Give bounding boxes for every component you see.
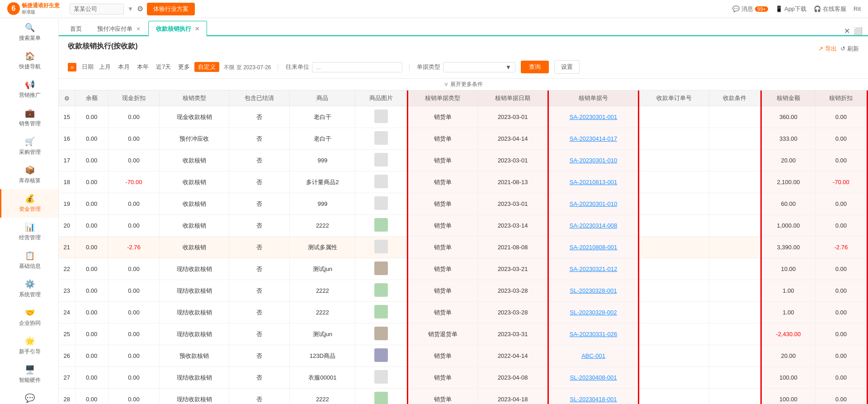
sidebar-item-enterprise[interactable]: 🤝 企业协同	[0, 303, 58, 332]
cell-include-settled: 否	[229, 193, 290, 215]
tab-home[interactable]: 首页	[62, 21, 90, 36]
tab-prepay-close-icon[interactable]: ✕	[136, 26, 141, 32]
sidebar-item-quick-nav[interactable]: 🏠 快捷导航	[0, 47, 58, 75]
maximize-window-icon[interactable]: ⬜	[854, 27, 863, 35]
cell-verify-discount: 0.00	[815, 345, 867, 367]
cell-cash-discount: -2.76	[108, 237, 160, 258]
sidebar-item-finance[interactable]: 💰 资金管理	[0, 189, 58, 218]
cell-include-settled: 否	[229, 389, 290, 404]
doc-no-link[interactable]: ABC-001	[581, 352, 605, 359]
sidebar-item-operation[interactable]: 📊 经营管理	[0, 218, 58, 246]
company-chevron-icon[interactable]: ▼	[127, 5, 133, 12]
date-btn-7days[interactable]: 近7天	[153, 62, 174, 72]
doc-no-link[interactable]: SA-20230301-010	[570, 157, 618, 164]
cell-verify-doc-no[interactable]: SA-20230301-001	[548, 106, 638, 128]
cell-verify-doc-type: 销货单	[407, 237, 478, 258]
setting-button[interactable]: 设置	[554, 60, 580, 74]
online-service-item[interactable]: 🎧 在线客服	[814, 5, 846, 13]
doc-no-link[interactable]: SL-20230328-001	[570, 287, 617, 294]
refresh-button[interactable]: ↺ 刷新	[840, 45, 859, 53]
tab-prepay[interactable]: 预付冲应付单 ✕	[90, 21, 148, 36]
query-button[interactable]: 查询	[521, 61, 549, 73]
date-btn-more[interactable]: 更多	[175, 62, 193, 72]
sidebar-item-hardware[interactable]: 🖥️ 智能硬件	[0, 360, 58, 389]
cell-receipt-order-no	[639, 345, 709, 367]
cell-verify-doc-no[interactable]: SA-20230301-010	[548, 193, 638, 215]
data-table-wrap: ⚙ 余额 现金折扣 核销类型 包含已结清 商品 商品图片 核销单据类型 核销单据…	[59, 90, 868, 404]
cell-verify-doc-no[interactable]: SA-20230414-017	[548, 128, 638, 150]
date-label: 日期	[82, 63, 94, 71]
doc-no-link[interactable]: SA-20210808-001	[570, 244, 618, 251]
expand-more-bar[interactable]: ∨ 展开更多条件	[59, 79, 868, 90]
table-row: 260.000.00预收款核销否123D商品销货单2022-04-14ABC-0…	[59, 345, 868, 367]
doc-no-link[interactable]: SA-20230321-012	[570, 266, 618, 272]
doc-no-link[interactable]: SA-20230301-010	[570, 200, 618, 207]
cell-goods-img	[355, 280, 407, 302]
cell-verify-doc-no[interactable]: SA-20230301-010	[548, 150, 638, 171]
industry-solution-button[interactable]: 体验行业方案	[147, 3, 195, 15]
sidebar-item-search[interactable]: 🔍 搜索菜单	[0, 18, 58, 47]
sales-icon: 💼	[25, 108, 35, 118]
date-btn-last-month[interactable]: 上月	[96, 62, 113, 72]
user-name[interactable]: Rit	[854, 5, 861, 12]
doc-no-link[interactable]: SA-20230414-017	[570, 135, 618, 142]
sidebar-item-wechat[interactable]: 💬 企业微信	[0, 389, 58, 404]
doc-no-link[interactable]: SA-20230301-001	[570, 114, 618, 120]
cell-verify-amount: 20.00	[761, 345, 815, 367]
doc-no-link[interactable]: SA-20230331-026	[570, 331, 618, 337]
message-item[interactable]: 💬 消息 99+	[732, 5, 768, 13]
doc-type-select[interactable]: ▼	[443, 62, 515, 72]
doc-no-link[interactable]: SA-20230314-008	[570, 222, 618, 229]
sidebar-item-marketing[interactable]: 📢 营销推广	[0, 75, 58, 104]
sidebar-item-system[interactable]: ⚙️ 系统管理	[0, 275, 58, 303]
cell-verify-amount: 1.00	[761, 280, 815, 302]
search-icon: 🔍	[25, 23, 35, 33]
doc-no-link[interactable]: SL-20230408-001	[570, 374, 617, 381]
cell-verify-doc-date: 2022-04-14	[478, 345, 548, 367]
finance-icon: 💰	[25, 194, 35, 204]
tab-receipt[interactable]: 收款核销执行 ✕	[148, 21, 207, 36]
cell-verify-doc-date: 2021-08-08	[478, 237, 548, 258]
doc-no-link[interactable]: SA-20210813-001	[570, 179, 618, 185]
sidebar-item-guide[interactable]: 🌟 新手引导	[0, 332, 58, 360]
company-name[interactable]: 某某公司	[70, 4, 124, 14]
cell-verify-doc-no[interactable]: SL-20230328-001	[548, 280, 638, 302]
cell-verify-doc-no[interactable]: ABC-001	[548, 345, 638, 367]
cell-verify-doc-no[interactable]: SL-20230418-001	[548, 389, 638, 404]
export-button[interactable]: ↗ 导出	[818, 45, 837, 53]
unit-filter-group: 往来单位 ...	[286, 62, 402, 72]
cell-verify-type: 预付冲应收	[160, 128, 229, 150]
date-filter-group: 日期 上月 本月 本年 近7天 更多 自定义 不限 至 2023-07-26	[82, 62, 271, 72]
sidebar-item-purchase[interactable]: 🛒 采购管理	[0, 132, 58, 161]
close-window-icon[interactable]: ✕	[844, 27, 850, 35]
doc-no-link[interactable]: SL-20230418-001	[570, 396, 617, 403]
date-btn-custom[interactable]: 自定义	[194, 62, 219, 72]
cell-verify-doc-no[interactable]: SA-20210813-001	[548, 171, 638, 193]
settings-gear-icon[interactable]: ⚙	[137, 5, 143, 13]
app-logo: 6 畅捷通谁好生意 标准版	[7, 2, 66, 15]
cell-verify-doc-no[interactable]: SA-20230314-008	[548, 215, 638, 237]
th-settings[interactable]: ⚙	[59, 90, 75, 106]
cell-receipt-condition	[709, 302, 761, 323]
sidebar-item-basic[interactable]: 📋 基础信息	[0, 246, 58, 275]
cell-cash-discount: 0.00	[108, 193, 160, 215]
tab-receipt-close-icon[interactable]: ✕	[195, 26, 199, 32]
cell-verify-amount: 333.00	[761, 128, 815, 150]
cell-verify-doc-no[interactable]: SL-20230328-002	[548, 302, 638, 323]
cell-verify-doc-no[interactable]: SA-20230331-026	[548, 323, 638, 345]
sidebar-item-inventory[interactable]: 📦 库存核算	[0, 161, 58, 189]
date-btn-this-year[interactable]: 本年	[134, 62, 151, 72]
unit-input[interactable]: ...	[312, 62, 402, 72]
column-settings-icon[interactable]: ⚙	[64, 95, 70, 102]
cell-cash-discount: -70.00	[108, 171, 160, 193]
cell-verify-doc-no[interactable]: SA-20210808-001	[548, 237, 638, 258]
expand-button[interactable]: »	[68, 63, 76, 71]
doc-no-link[interactable]: SL-20230328-002	[570, 309, 617, 316]
cell-verify-doc-no[interactable]: SA-20230321-012	[548, 258, 638, 280]
date-btn-this-month[interactable]: 本月	[115, 62, 132, 72]
cell-verify-doc-date: 2021-08-13	[478, 171, 548, 193]
table-row: 160.000.00预付冲应收否老白干销货单2023-04-14SA-20230…	[59, 128, 868, 150]
sidebar-item-sales[interactable]: 💼 销售管理	[0, 104, 58, 132]
cell-verify-doc-no[interactable]: SL-20230408-001	[548, 367, 638, 389]
app-download-item[interactable]: 📱 App下载	[775, 5, 807, 13]
